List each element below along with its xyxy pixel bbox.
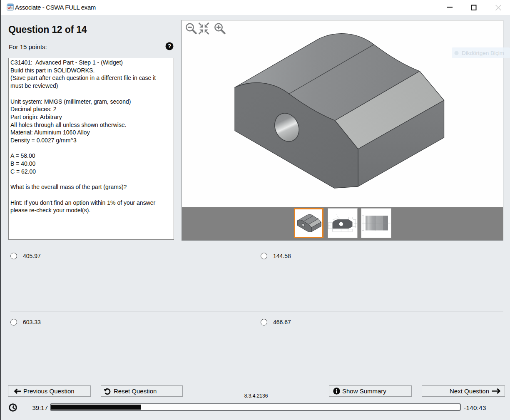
svg-text:?: ? xyxy=(168,43,172,50)
